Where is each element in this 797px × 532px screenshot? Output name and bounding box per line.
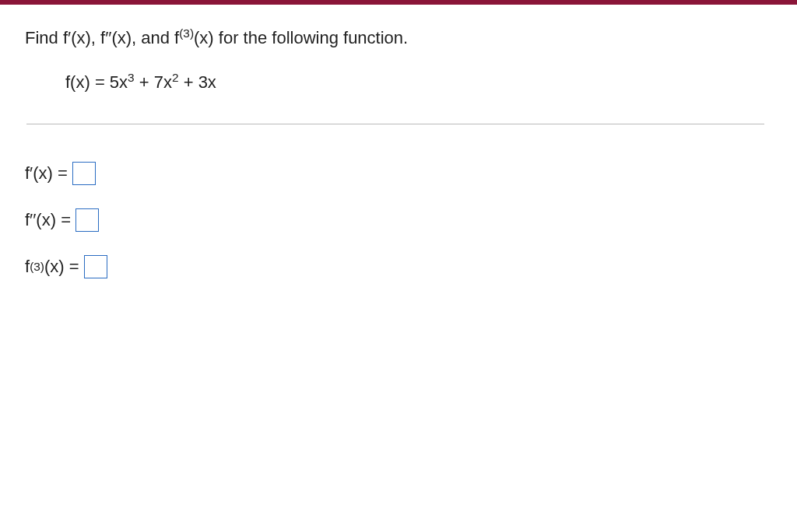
instr-prefix: Find — [25, 28, 63, 47]
answer1-input[interactable] — [72, 162, 96, 185]
instr-term3-arg: (x) — [194, 28, 214, 47]
answer-row-3: f(3)(x) = — [25, 255, 772, 278]
fn-t1-coef: 5x — [110, 72, 128, 92]
answer1-label: f′(x) = — [25, 163, 68, 184]
fn-t2-coef: 7x — [154, 72, 172, 92]
fn-t1-exp: 3 — [128, 71, 135, 84]
fn-t2-op: + — [135, 72, 154, 92]
instr-term2: f′′(x) — [100, 28, 132, 47]
answer-row-1: f′(x) = — [25, 162, 772, 185]
answer3-rest: (x) = — [44, 257, 79, 277]
section-divider — [26, 124, 764, 124]
fn-t3-op: + — [179, 72, 198, 92]
answer3-label: f(3)(x) = — [25, 257, 79, 277]
fn-lhs: f(x) = — [65, 72, 110, 92]
question-content: Find f′(x), f′′(x), and f(3)(x) for the … — [0, 5, 797, 322]
instr-term3-sup: (3) — [179, 26, 194, 40]
answer-row-2: f′′(x) = — [25, 208, 772, 232]
instr-sep1: , — [91, 28, 100, 47]
instr-term1: f′(x) — [63, 28, 91, 47]
fn-t2-exp: 2 — [172, 71, 179, 84]
answer3-input[interactable] — [84, 255, 107, 278]
answer2-label: f′′(x) = — [25, 210, 71, 230]
instruction-text: Find f′(x), f′′(x), and f(3)(x) for the … — [25, 25, 772, 51]
answer2-input[interactable] — [75, 208, 99, 232]
fn-t3: 3x — [198, 72, 216, 92]
instr-sep2: , and — [132, 28, 174, 47]
instr-suffix: for the following function. — [214, 28, 408, 47]
function-definition: f(x) = 5x3 + 7x2 + 3x — [65, 72, 772, 93]
